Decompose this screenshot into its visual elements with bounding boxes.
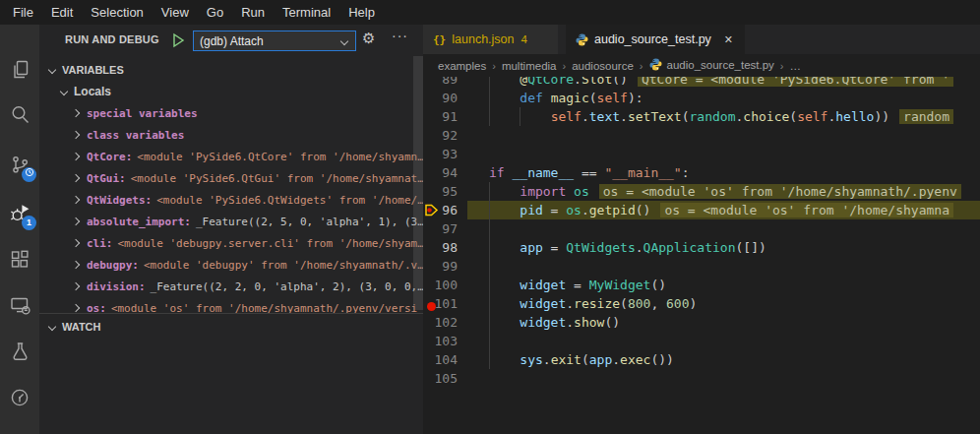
- code-line-95[interactable]: 95 import osos = <module 'os' from '/hom…: [423, 182, 980, 201]
- watch-section-header[interactable]: WATCH: [39, 316, 423, 338]
- chevron-right-icon: [72, 153, 80, 160]
- breadcrumb-item[interactable]: …: [789, 60, 803, 72]
- breadcrumb-item[interactable]: examples: [437, 60, 487, 72]
- chevron-right-icon: [72, 217, 80, 225]
- run-and-debug-icon[interactable]: 1: [0, 193, 39, 232]
- line-number: 101: [431, 296, 458, 311]
- code-line-101[interactable]: 101 widget.resize(800, 600): [423, 294, 980, 313]
- variables-section-header[interactable]: VARIABLES: [39, 59, 423, 81]
- chevron-right-icon: [72, 131, 80, 139]
- variable-row[interactable]: absolute_import:_Feature((2, 5, 0, 'alph…: [39, 211, 423, 232]
- variable-name: debugpy:: [87, 259, 139, 272]
- python-icon: [576, 33, 588, 46]
- inline-debug-value: QtCore = <module 'PySide6.QtCore' from ': [638, 77, 953, 87]
- code-editor[interactable]: 89 @QtCore.Slot()QtCore = <module 'PySid…: [423, 77, 980, 434]
- vscode-window: FileEditSelectionViewGoRunTerminalHelp 1…: [0, 0, 980, 434]
- chevron-down-icon: [48, 66, 56, 74]
- variable-row[interactable]: special variables: [39, 102, 423, 124]
- breadcrumb-item[interactable]: audiosource: [571, 60, 635, 72]
- chevron-down-icon: [340, 36, 348, 44]
- line-number: 104: [431, 352, 458, 367]
- variable-row[interactable]: class variables: [39, 124, 423, 146]
- variable-name: QtWidgets:: [87, 194, 152, 207]
- breadcrumb-item[interactable]: audio_source_test.py: [648, 58, 775, 73]
- circle-branch-icon[interactable]: [0, 378, 39, 417]
- code-text: if __name__ == "__main__":: [489, 165, 690, 180]
- code-line-103[interactable]: 103: [423, 332, 980, 350]
- line-number: 91: [431, 109, 458, 124]
- sidebar-scrollbar[interactable]: [413, 56, 423, 310]
- menu-item-help[interactable]: Help: [339, 3, 384, 22]
- tab-launch.json[interactable]: {}launch.json4: [423, 25, 558, 54]
- menu-item-go[interactable]: Go: [198, 3, 232, 22]
- code-text: widget.resize(800, 600): [489, 296, 697, 311]
- menu-item-terminal[interactable]: Terminal: [274, 3, 339, 22]
- tab-label: audio_source_test.py: [594, 32, 711, 46]
- menu-bar: FileEditSelectionViewGoRunTerminalHelp: [0, 0, 980, 25]
- braces-icon: {}: [433, 33, 446, 46]
- variables-pane: VARIABLES Locals special variablesclass …: [39, 56, 423, 313]
- variable-value: <module 'debugpy' from '/home/shyamnath/…: [144, 259, 423, 272]
- line-number: 95: [431, 184, 458, 199]
- panel-warning-icon[interactable]: [0, 424, 39, 434]
- source-control-icon[interactable]: [0, 145, 39, 184]
- menu-item-selection[interactable]: Selection: [82, 3, 152, 22]
- breadcrumb-separator: ›: [775, 60, 789, 72]
- variable-row[interactable]: os:<module 'os' from '/home/shyamnath/.p…: [39, 297, 423, 313]
- activity-bar: 1: [0, 25, 39, 434]
- close-icon[interactable]: ✕: [722, 32, 735, 47]
- menu-item-run[interactable]: Run: [232, 3, 274, 22]
- variable-row[interactable]: QtGui:<module 'PySide6.QtGui' from '/hom…: [39, 167, 423, 189]
- menu-item-file[interactable]: File: [4, 3, 42, 22]
- extensions-icon[interactable]: [0, 239, 39, 279]
- variable-row[interactable]: QtWidgets:<module 'PySide6.QtWidgets' fr…: [39, 189, 423, 211]
- code-line-91[interactable]: 91 self.text.setText(random.choice(self.…: [423, 107, 980, 126]
- menu-item-edit[interactable]: Edit: [42, 3, 82, 22]
- variable-value: <module 'PySide6.QtCore' from '/home/shy…: [137, 151, 423, 163]
- variable-row[interactable]: QtCore:<module 'PySide6.QtCore' from '/h…: [39, 146, 423, 167]
- tab-label: launch.json: [452, 32, 514, 46]
- line-number: 94: [431, 165, 458, 180]
- chevron-right-icon: [72, 109, 80, 117]
- more-actions-icon[interactable]: ···: [392, 28, 408, 43]
- gear-icon[interactable]: ⚙: [362, 30, 375, 47]
- code-text: sys.exit(app.exec()): [489, 352, 674, 367]
- explorer-icon[interactable]: [0, 49, 39, 89]
- code-line-89[interactable]: 89 @QtCore.Slot()QtCore = <module 'PySid…: [423, 77, 980, 89]
- testing-icon[interactable]: [0, 332, 39, 371]
- start-debugging-button[interactable]: [171, 32, 187, 48]
- line-number: 99: [431, 259, 458, 274]
- code-line-92[interactable]: 92: [423, 126, 980, 145]
- variable-row[interactable]: division:_Feature((2, 2, 0, 'alpha', 2),…: [39, 276, 423, 297]
- run-and-debug-badge: 1: [22, 216, 36, 230]
- scope-locals[interactable]: Locals: [39, 81, 423, 102]
- code-line-102[interactable]: 102 widget.show(): [423, 313, 980, 332]
- code-line-100[interactable]: 100 widget = MyWidget(): [423, 276, 980, 294]
- variable-name: cli:: [87, 237, 113, 250]
- tab-audio_source_test.py[interactable]: audio_source_test.py✕: [566, 25, 745, 54]
- code-text: widget = MyWidget(): [489, 278, 666, 292]
- code-line-98[interactable]: 98 app = QtWidgets.QApplication([]): [423, 238, 980, 257]
- line-number: 100: [431, 278, 458, 292]
- chevron-right-icon: [72, 196, 80, 204]
- breadcrumb-item[interactable]: multimedia: [501, 60, 558, 72]
- breadcrumb-separator: ›: [558, 60, 572, 72]
- code-line-105[interactable]: 105: [423, 369, 980, 388]
- debug-config-dropdown[interactable]: (gdb) Attach: [193, 31, 356, 51]
- variable-row[interactable]: cli:<module 'debugpy.server.cli' from '/…: [39, 232, 423, 254]
- code-line-94[interactable]: 94if __name__ == "__main__":: [423, 163, 980, 182]
- search-icon[interactable]: [0, 94, 39, 134]
- code-text: pid = os.getpid()os = <module 'os' from …: [489, 203, 953, 217]
- remote-explorer-icon[interactable]: [0, 285, 39, 325]
- code-line-96[interactable]: 96 pid = os.getpid()os = <module 'os' fr…: [423, 201, 980, 219]
- variable-row[interactable]: debugpy:<module 'debugpy' from '/home/sh…: [39, 254, 423, 276]
- code-line-93[interactable]: 93: [423, 145, 980, 163]
- code-line-99[interactable]: 99: [423, 257, 980, 276]
- code-text: def magic(self):: [489, 91, 643, 105]
- code-line-90[interactable]: 90 def magic(self):: [423, 89, 980, 107]
- code-line-97[interactable]: 97: [423, 219, 980, 238]
- code-line-104[interactable]: 104 sys.exit(app.exec()): [423, 350, 980, 369]
- menu-item-view[interactable]: View: [153, 3, 198, 22]
- chevron-down-icon: [48, 323, 56, 331]
- line-number: 102: [431, 315, 458, 330]
